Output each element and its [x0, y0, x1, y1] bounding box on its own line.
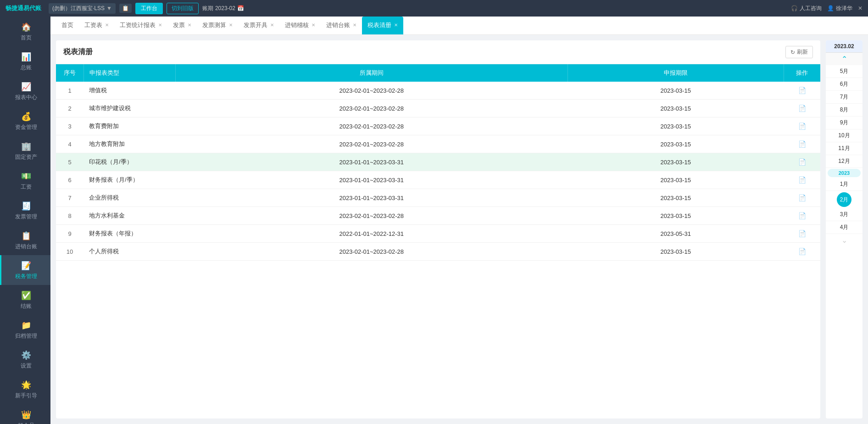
user-menu[interactable]: 👤 徐泽华 [827, 5, 852, 12]
sidebar-item-purchase-sales[interactable]: 📋 进销台账 [0, 225, 50, 255]
tab-salary-table[interactable]: 工资表 ✕ [79, 17, 114, 35]
tab-purchase-audit-close[interactable]: ✕ [312, 22, 315, 28]
cell-deadline: 2023-03-15 [568, 171, 784, 189]
date-month-11[interactable]: 11月 [826, 142, 862, 155]
cell-action: 📄 [784, 171, 820, 189]
date-month-10[interactable]: 10月 [826, 129, 862, 142]
date-month-9[interactable]: 9月 [826, 117, 862, 129]
company-selector[interactable]: (勿删）江西服宝·LSS ▼ [49, 3, 116, 14]
switch-version-button[interactable]: 切到旧版 [167, 3, 199, 14]
tab-tax-register-label: 税表清册 [367, 21, 391, 29]
refresh-label: 刷新 [797, 48, 808, 56]
cell-deadline: 2023-03-15 [568, 207, 784, 225]
sidebar-item-tax[interactable]: 📝 税务管理 [0, 255, 50, 285]
action-view-icon[interactable]: 📄 [798, 248, 806, 255]
date-month-1[interactable]: 1月 [826, 178, 862, 191]
tab-invoice-calc[interactable]: 发票测算 ✕ [197, 17, 238, 35]
main-panel: 税表清册 ↻ 刷新 序号 申报表类型 [56, 40, 820, 418]
cell-deadline: 2023-03-15 [568, 82, 784, 100]
tab-purchase-audit[interactable]: 进销稽核 ✕ [279, 17, 321, 35]
sidebar-item-assets-label: 固定资产 [15, 153, 37, 161]
cell-action: 📄 [784, 207, 820, 225]
action-view-icon[interactable]: 📄 [798, 123, 806, 130]
date-month-12[interactable]: 12月 [826, 155, 862, 168]
date-month-2-active[interactable]: 2月 [837, 192, 851, 207]
tab-home[interactable]: 首页 [56, 17, 79, 35]
tab-salary-stats-close[interactable]: ✕ [158, 22, 162, 28]
tab-invoice[interactable]: 发票 ✕ [167, 17, 197, 35]
action-view-icon[interactable]: 📄 [798, 194, 806, 201]
sidebar-item-archive[interactable]: 📁 归档管理 [0, 315, 50, 345]
tab-tax-register[interactable]: 税表清册 ✕ [362, 17, 403, 35]
action-view-icon[interactable]: 📄 [798, 176, 806, 184]
sidebar-item-fund[interactable]: 💰 资金管理 [0, 106, 50, 136]
workbench-button[interactable]: 工作台 [135, 3, 163, 14]
tab-salary-stats-label: 工资统计报表 [120, 21, 156, 29]
cell-type: 地方水利基金 [83, 207, 175, 225]
cell-action: 📄 [784, 153, 820, 171]
purchase-sales-icon: 📋 [21, 231, 31, 241]
tab-purchase-ledger[interactable]: 进销台账 ✕ [321, 17, 362, 35]
sidebar-item-home[interactable]: 🏠 首页 [0, 17, 50, 46]
date-month-5[interactable]: 5月 [826, 65, 862, 78]
tax-table: 序号 申报表类型 所属期间 申报期限 操作 1 增值税 2023-02-01~2… [56, 64, 820, 261]
cell-type: 企业所得税 [83, 189, 175, 207]
sidebar-item-vip[interactable]: 👑 畅会员 [0, 404, 50, 424]
date-month-6[interactable]: 6月 [826, 78, 862, 91]
page-title: 税表清册 [63, 47, 93, 57]
action-view-icon[interactable]: 📄 [798, 140, 806, 148]
tab-salary-table-close[interactable]: ✕ [105, 22, 109, 28]
date-month-4[interactable]: 4月 [826, 221, 862, 234]
tab-salary-table-label: 工资表 [84, 21, 102, 29]
company-edit-button[interactable]: 📋 [119, 4, 132, 13]
date-month-7[interactable]: 7月 [826, 91, 862, 104]
sidebar-item-closing[interactable]: ✅ 结账 [0, 285, 50, 315]
date-month-8[interactable]: 8月 [826, 104, 862, 117]
tab-salary-stats[interactable]: 工资统计报表 ✕ [114, 17, 167, 35]
tab-invoice-issue[interactable]: 发票开具 ✕ [238, 17, 279, 35]
refresh-button[interactable]: ↻ 刷新 [785, 46, 813, 58]
ai-consult-btn[interactable]: 🎧 人工咨询 [791, 5, 822, 12]
sidebar-item-salary[interactable]: 💵 工资 [0, 166, 50, 195]
cell-action: 📄 [784, 135, 820, 153]
cell-period: 2023-02-01~2023-02-28 [175, 100, 568, 117]
tab-tax-register-close[interactable]: ✕ [394, 22, 398, 28]
sidebar-item-guide[interactable]: 🌟 新手引导 [0, 374, 50, 404]
sidebar-item-assets[interactable]: 🏢 固定资产 [0, 136, 50, 166]
tab-purchase-ledger-label: 进销台账 [326, 21, 350, 29]
date-month-3[interactable]: 3月 [826, 208, 862, 221]
tab-invoice-calc-close[interactable]: ✕ [229, 22, 233, 28]
col-no: 序号 [56, 64, 83, 82]
action-view-icon[interactable]: 📄 [798, 158, 806, 166]
calendar-icon[interactable]: 📅 [237, 5, 244, 11]
sidebar-item-reports-label: 报表中心 [15, 94, 37, 101]
col-action: 操作 [784, 64, 820, 82]
cell-period: 2023-02-01~2023-02-28 [175, 207, 568, 225]
tab-invoice-close[interactable]: ✕ [188, 22, 191, 28]
cell-no: 9 [56, 225, 83, 243]
sidebar-item-ledger[interactable]: 📊 总账 [0, 46, 50, 76]
chevron-down-icon: ⌄ [841, 236, 847, 245]
sidebar-item-tax-label: 税务管理 [15, 273, 37, 280]
cell-action: 📄 [784, 189, 820, 207]
cell-period: 2023-01-01~2023-03-31 [175, 171, 568, 189]
date-panel: 2023.02 ⌃ 5月 6月 7月 8月 9月 10月 11月 12月 202… [826, 40, 862, 418]
cell-type: 教育费附加 [83, 117, 175, 135]
action-view-icon[interactable]: 📄 [798, 230, 806, 237]
sidebar-item-reports[interactable]: 📈 报表中心 [0, 76, 50, 106]
cell-period: 2023-02-01~2023-02-28 [175, 243, 568, 261]
sidebar-item-invoice[interactable]: 🧾 发票管理 [0, 195, 50, 225]
cell-deadline: 2023-03-15 [568, 135, 784, 153]
sidebar-item-settings[interactable]: ⚙️ 设置 [0, 345, 50, 374]
table-container: 序号 申报表类型 所属期间 申报期限 操作 1 增值税 2023-02-01~2… [56, 64, 820, 418]
action-view-icon[interactable]: 📄 [798, 87, 806, 94]
tab-invoice-issue-close[interactable]: ✕ [270, 22, 274, 28]
tab-purchase-ledger-close[interactable]: ✕ [353, 22, 356, 28]
close-window-button[interactable]: ✕ [858, 5, 862, 11]
date-scroll-down[interactable]: ⌄ [826, 234, 862, 246]
cell-action: 📄 [784, 243, 820, 261]
action-view-icon[interactable]: 📄 [798, 105, 806, 112]
action-view-icon[interactable]: 📄 [798, 212, 806, 219]
date-scroll-up[interactable]: ⌃ [826, 53, 862, 65]
sidebar-item-archive-label: 归档管理 [15, 332, 37, 340]
